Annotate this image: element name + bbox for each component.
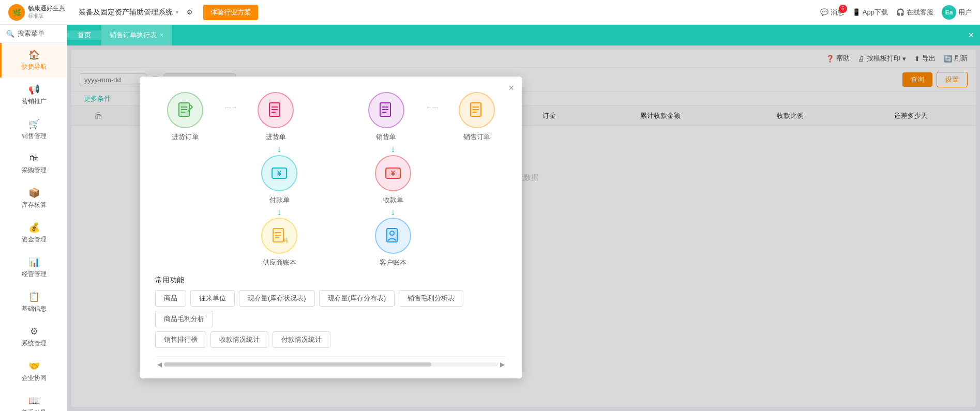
inventory-icon: 📦 bbox=[28, 187, 40, 199]
message-badge: 6 bbox=[839, 5, 847, 13]
wf-circle-customer bbox=[375, 218, 411, 254]
sidebar-item-basic-info[interactable]: 📋 基础信息 bbox=[0, 285, 67, 319]
tab-sales-order-exec[interactable]: 销售订单执行表 × bbox=[101, 25, 172, 45]
wf-circle-payment: ¥ bbox=[261, 155, 297, 191]
dialog-scrollbar: ◀ ▶ bbox=[155, 356, 507, 368]
top-bar: 🌿 畅康通好生意 标准版 装备及固定资产辅助管理系统 ▾ ⚙ 体验行业方案 💬 … bbox=[0, 0, 980, 25]
wf-node-purchase-bill[interactable]: 进货单 bbox=[246, 92, 306, 142]
finance-icon: 💰 bbox=[28, 222, 40, 233]
workflow-row-3: ↓ bbox=[155, 207, 507, 268]
wf-node-customer-ledger[interactable]: 客户账本 bbox=[362, 218, 424, 267]
workflow-diagram: 进货订单 - - - → bbox=[155, 92, 507, 267]
sidebar: 🔍 搜索菜单 🏠 快捷导航 📢 营销推广 🛒 销售管理 🛍 采购管理 📦 bbox=[0, 25, 67, 411]
wf-node-sales-order[interactable]: 销售订单 bbox=[446, 92, 507, 142]
workflow-dialog: × bbox=[140, 77, 522, 378]
home-icon: 🏠 bbox=[28, 49, 40, 60]
func-btn-sales-profit[interactable]: 销售毛利分析表 bbox=[399, 290, 463, 307]
sidebar-item-finance[interactable]: 💰 资金管理 bbox=[0, 216, 67, 250]
wf-customer-col: ↓ bbox=[362, 207, 424, 268]
marketing-icon: 📢 bbox=[28, 84, 40, 95]
down-arrow-customer: ↓ bbox=[391, 207, 396, 218]
app-wrapper: 🌿 畅康通好生意 标准版 装备及固定资产辅助管理系统 ▾ ⚙ 体验行业方案 💬 … bbox=[0, 0, 980, 411]
func-btn-product[interactable]: 商品 bbox=[155, 290, 186, 307]
func-buttons-row2: 销售排行榜 收款情况统计 付款情况统计 bbox=[155, 331, 507, 348]
wf-receipt-col: ↓ ¥ bbox=[362, 144, 424, 205]
scrollbar-track[interactable] bbox=[164, 362, 498, 367]
func-btn-stock-dist[interactable]: 现存量(库存分布表) bbox=[319, 290, 395, 307]
tab-content: ❓ 帮助 🖨 按模板打印 ▾ ⬆ 导出 🔄 bbox=[67, 45, 980, 411]
func-btn-receipt-stats[interactable]: 收款情况统计 bbox=[210, 331, 268, 348]
purchase-icon: 🛍 bbox=[29, 153, 39, 164]
user-avatar: Ea bbox=[942, 5, 956, 20]
online-service-item[interactable]: 🎧 在线客服 bbox=[896, 8, 933, 17]
enterprise-icon: 🤝 bbox=[28, 360, 40, 372]
sidebar-item-purchase[interactable]: 🛍 采购管理 bbox=[0, 147, 67, 181]
user-item[interactable]: Ea 用户 bbox=[942, 5, 972, 20]
common-func-title: 常用功能 bbox=[155, 276, 507, 285]
sidebar-item-newbie[interactable]: 📖 新手引导 bbox=[0, 389, 67, 411]
svg-text:¥: ¥ bbox=[277, 169, 281, 177]
trial-button[interactable]: 体验行业方案 bbox=[203, 5, 258, 20]
arrow-purchase-order-to-bill: - - - → bbox=[216, 92, 246, 111]
message-item[interactable]: 💬 消息 6 bbox=[820, 8, 844, 17]
app-download-item[interactable]: 📱 App下载 bbox=[852, 8, 888, 17]
logo-texts: 畅康通好生意 标准版 bbox=[28, 5, 65, 20]
tab-home[interactable]: 首页 bbox=[67, 31, 101, 40]
wf-circle-sales-bill bbox=[368, 92, 404, 128]
wf-node-receipt[interactable]: ¥ 收款单 bbox=[362, 155, 424, 205]
settings-icon[interactable]: ⚙ bbox=[183, 5, 197, 20]
wf-circle-purchase-bill bbox=[258, 92, 294, 128]
func-btn-sales-ranking[interactable]: 销售排行榜 bbox=[155, 331, 206, 348]
system-icon: ⚙ bbox=[30, 326, 38, 337]
logo-text: 畅康通好生意 bbox=[28, 5, 65, 13]
func-btn-stock-status[interactable]: 现存量(库存状况表) bbox=[239, 290, 315, 307]
basic-info-icon: 📋 bbox=[28, 291, 40, 302]
wf-node-payment[interactable]: ¥ 付款单 bbox=[248, 155, 310, 205]
scrollbar-left-icon[interactable]: ◀ bbox=[155, 361, 164, 368]
sidebar-item-enterprise[interactable]: 🤝 企业协同 bbox=[0, 354, 67, 389]
wf-node-supplier-ledger[interactable]: 账 供应商账本 bbox=[248, 218, 310, 267]
wf-circle-receipt: ¥ bbox=[375, 155, 411, 191]
down-arrow-supplier: ↓ bbox=[277, 207, 282, 218]
wf-circle-supplier: 账 bbox=[261, 218, 297, 254]
phone-icon: 📱 bbox=[852, 8, 861, 16]
wf-circle-sales-order bbox=[459, 92, 495, 128]
scrollbar-right-icon[interactable]: ▶ bbox=[498, 361, 507, 368]
func-buttons-row1: 商品 往来单位 现存量(库存状况表) 现存量(库存分布表) 销售毛利分析表 商品… bbox=[155, 290, 507, 327]
search-icon: 🔍 bbox=[6, 30, 14, 38]
sidebar-item-system[interactable]: ⚙ 系统管理 bbox=[0, 319, 67, 354]
sidebar-item-operations[interactable]: 📊 经营管理 bbox=[0, 250, 67, 285]
logo-subtext: 标准版 bbox=[28, 12, 65, 20]
close-all-tabs-icon[interactable]: × bbox=[968, 30, 974, 41]
wf-node-sales-bill[interactable]: 销货单 bbox=[356, 92, 417, 142]
func-btn-payment-stats[interactable]: 付款情况统计 bbox=[273, 331, 330, 348]
dialog-close-button[interactable]: × bbox=[508, 83, 514, 94]
sidebar-item-quick-nav[interactable]: 🏠 快捷导航 bbox=[0, 43, 67, 78]
newbie-icon: 📖 bbox=[28, 395, 40, 406]
logo-area: 🌿 畅康通好生意 标准版 bbox=[8, 4, 70, 21]
dialog-overlay: × bbox=[67, 45, 980, 411]
wf-node-purchase-order[interactable]: 进货订单 bbox=[155, 92, 216, 142]
search-menu[interactable]: 🔍 搜索菜单 bbox=[0, 25, 67, 43]
operations-icon: 📊 bbox=[28, 256, 40, 268]
sidebar-item-inventory[interactable]: 📦 库存核算 bbox=[0, 181, 67, 216]
headset-icon: 🎧 bbox=[896, 8, 904, 16]
func-btn-product-profit[interactable]: 商品毛利分析 bbox=[155, 311, 213, 327]
sidebar-item-sales[interactable]: 🛒 销售管理 bbox=[0, 112, 67, 147]
down-arrow-receipt: ↓ bbox=[391, 144, 396, 155]
content-area: 首页 销售订单执行表 × × ❓ 帮助 bbox=[67, 25, 980, 411]
top-right: 💬 消息 6 📱 App下载 🎧 在线客服 Ea 用户 bbox=[820, 5, 972, 20]
scrollbar-thumb[interactable] bbox=[164, 362, 431, 367]
message-icon: 💬 bbox=[820, 8, 828, 16]
tab-bar: 首页 销售订单执行表 × × bbox=[67, 25, 980, 45]
logo-icon: 🌿 bbox=[8, 4, 25, 21]
svg-text:账: 账 bbox=[283, 237, 289, 243]
wf-supplier-col: ↓ bbox=[248, 207, 310, 268]
func-btn-contacts[interactable]: 往来单位 bbox=[190, 290, 235, 307]
workflow-row-1: 进货订单 - - - → bbox=[155, 92, 507, 142]
system-title: 装备及固定资产辅助管理系统 ▾ bbox=[79, 8, 178, 17]
sidebar-item-marketing[interactable]: 📢 营销推广 bbox=[0, 78, 67, 112]
wf-circle-purchase-order bbox=[167, 92, 203, 128]
dropdown-arrow-icon[interactable]: ▾ bbox=[176, 9, 178, 15]
close-tab-icon[interactable]: × bbox=[160, 32, 163, 39]
